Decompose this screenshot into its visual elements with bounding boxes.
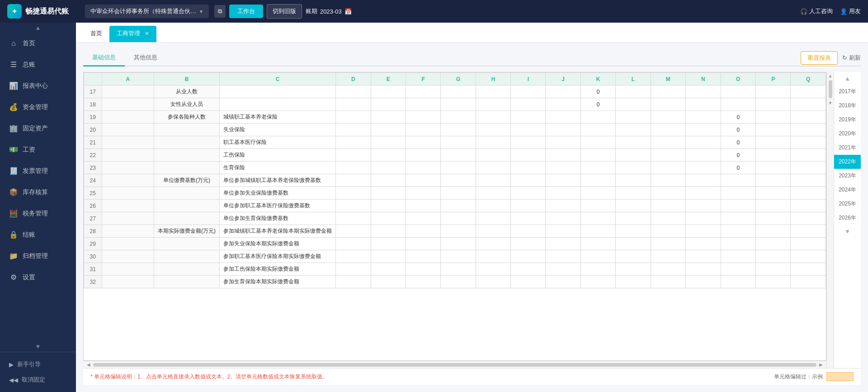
row-23-i[interactable] bbox=[511, 162, 546, 174]
row-22-i[interactable] bbox=[511, 149, 546, 162]
sidebar-item-settings[interactable]: ⚙ 设置 bbox=[0, 267, 76, 288]
row-24-n[interactable] bbox=[686, 174, 721, 187]
row-23-o[interactable]: 0 bbox=[721, 162, 755, 174]
row-22-l[interactable] bbox=[616, 149, 651, 162]
row-23-a[interactable] bbox=[102, 162, 154, 174]
sidebar-item-guide[interactable]: ▶ 新手引导 bbox=[9, 357, 67, 372]
row-27-n[interactable] bbox=[686, 212, 721, 225]
row-20-n[interactable] bbox=[686, 124, 721, 136]
row-32-i[interactable] bbox=[511, 276, 546, 288]
row-31-k[interactable] bbox=[580, 263, 615, 276]
sidebar-item-close[interactable]: 🔒 结账 bbox=[0, 224, 76, 245]
row-32-h[interactable] bbox=[476, 276, 510, 288]
row-27-o[interactable] bbox=[721, 212, 755, 225]
row-29-k[interactable] bbox=[580, 238, 615, 250]
row-31-a[interactable] bbox=[102, 263, 154, 276]
row-18-n[interactable] bbox=[686, 98, 721, 111]
row-23-g[interactable] bbox=[441, 162, 476, 174]
scroll-right-arrow[interactable]: ▶ bbox=[817, 361, 825, 368]
row-32-m[interactable] bbox=[651, 276, 686, 288]
row-20-a[interactable] bbox=[102, 124, 154, 136]
row-29-e[interactable] bbox=[371, 238, 406, 250]
row-19-a[interactable] bbox=[102, 111, 154, 124]
row-22-k[interactable] bbox=[580, 149, 615, 162]
row-19-d[interactable] bbox=[336, 111, 371, 124]
row-25-k[interactable] bbox=[580, 187, 615, 200]
row-30-q[interactable] bbox=[791, 250, 826, 263]
row-32-n[interactable] bbox=[686, 276, 721, 288]
row-18-k[interactable]: 0 bbox=[580, 98, 615, 111]
row-19-l[interactable] bbox=[616, 111, 651, 124]
row-24-h[interactable] bbox=[476, 174, 510, 187]
row-23-f[interactable] bbox=[406, 162, 440, 174]
row-19-n[interactable] bbox=[686, 111, 721, 124]
year-item-2021[interactable]: 2021年 bbox=[834, 141, 861, 155]
year-item-2024[interactable]: 2024年 bbox=[834, 183, 861, 197]
row-30-k[interactable] bbox=[580, 250, 615, 263]
row-17-k[interactable]: 0 bbox=[580, 86, 615, 98]
row-30-g[interactable] bbox=[441, 250, 476, 263]
row-22-m[interactable] bbox=[651, 149, 686, 162]
year-panel-up-button[interactable]: ▲ bbox=[834, 72, 861, 85]
row-20-f[interactable] bbox=[406, 124, 440, 136]
row-30-h[interactable] bbox=[476, 250, 510, 263]
row-18-l[interactable] bbox=[616, 98, 651, 111]
row-32-j[interactable] bbox=[546, 276, 580, 288]
row-26-p[interactable] bbox=[755, 200, 790, 212]
row-32-a[interactable] bbox=[102, 276, 154, 288]
row-20-j[interactable] bbox=[546, 124, 580, 136]
row-22-g[interactable] bbox=[441, 149, 476, 162]
row-24-p[interactable] bbox=[755, 174, 790, 187]
row-18-q[interactable] bbox=[791, 98, 826, 111]
row-28-a[interactable] bbox=[102, 225, 154, 238]
row-22-b[interactable] bbox=[154, 149, 220, 162]
row-32-g[interactable] bbox=[441, 276, 476, 288]
sidebar-item-inventory[interactable]: 📦 库存核算 bbox=[0, 182, 76, 203]
row-21-e[interactable] bbox=[371, 136, 406, 149]
year-item-2019[interactable]: 2019年 bbox=[834, 113, 861, 127]
row-21-o[interactable]: 0 bbox=[721, 136, 755, 149]
row-17-m[interactable] bbox=[651, 86, 686, 98]
row-25-g[interactable] bbox=[441, 187, 476, 200]
row-18-g[interactable] bbox=[441, 98, 476, 111]
year-item-2022[interactable]: 2022年 bbox=[834, 155, 861, 169]
row-30-m[interactable] bbox=[651, 250, 686, 263]
row-27-k[interactable] bbox=[580, 212, 615, 225]
row-21-l[interactable] bbox=[616, 136, 651, 149]
row-25-e[interactable] bbox=[371, 187, 406, 200]
row-19-f[interactable] bbox=[406, 111, 440, 124]
row-18-i[interactable] bbox=[511, 98, 546, 111]
row-30-j[interactable] bbox=[546, 250, 580, 263]
row-31-b[interactable] bbox=[154, 263, 220, 276]
row-27-b[interactable] bbox=[154, 212, 220, 225]
row-26-k[interactable] bbox=[580, 200, 615, 212]
row-31-h[interactable] bbox=[476, 263, 510, 276]
row-20-h[interactable] bbox=[476, 124, 510, 136]
row-26-h[interactable] bbox=[476, 200, 510, 212]
row-25-a[interactable] bbox=[102, 187, 154, 200]
row-19-p[interactable] bbox=[755, 111, 790, 124]
row-20-l[interactable] bbox=[616, 124, 651, 136]
row-29-j[interactable] bbox=[546, 238, 580, 250]
row-31-o[interactable] bbox=[721, 263, 755, 276]
row-21-d[interactable] bbox=[336, 136, 371, 149]
tab-close-icon[interactable]: ✕ bbox=[145, 30, 149, 37]
row-24-d[interactable] bbox=[336, 174, 371, 187]
row-25-h[interactable] bbox=[476, 187, 510, 200]
row-24-j[interactable] bbox=[546, 174, 580, 187]
row-26-q[interactable] bbox=[791, 200, 826, 212]
row-19-g[interactable] bbox=[441, 111, 476, 124]
row-19-k[interactable] bbox=[580, 111, 615, 124]
row-26-j[interactable] bbox=[546, 200, 580, 212]
row-20-o[interactable]: 0 bbox=[721, 124, 755, 136]
row-28-k[interactable] bbox=[580, 225, 615, 238]
row-19-q[interactable] bbox=[791, 111, 826, 124]
row-21-k[interactable] bbox=[580, 136, 615, 149]
row-21-b[interactable] bbox=[154, 136, 220, 149]
old-version-button[interactable]: 切到旧版 bbox=[267, 4, 302, 19]
row-32-f[interactable] bbox=[406, 276, 440, 288]
row-23-q[interactable] bbox=[791, 162, 826, 174]
row-20-b[interactable] bbox=[154, 124, 220, 136]
row-17-h[interactable] bbox=[476, 86, 510, 98]
row-25-d[interactable] bbox=[336, 187, 371, 200]
